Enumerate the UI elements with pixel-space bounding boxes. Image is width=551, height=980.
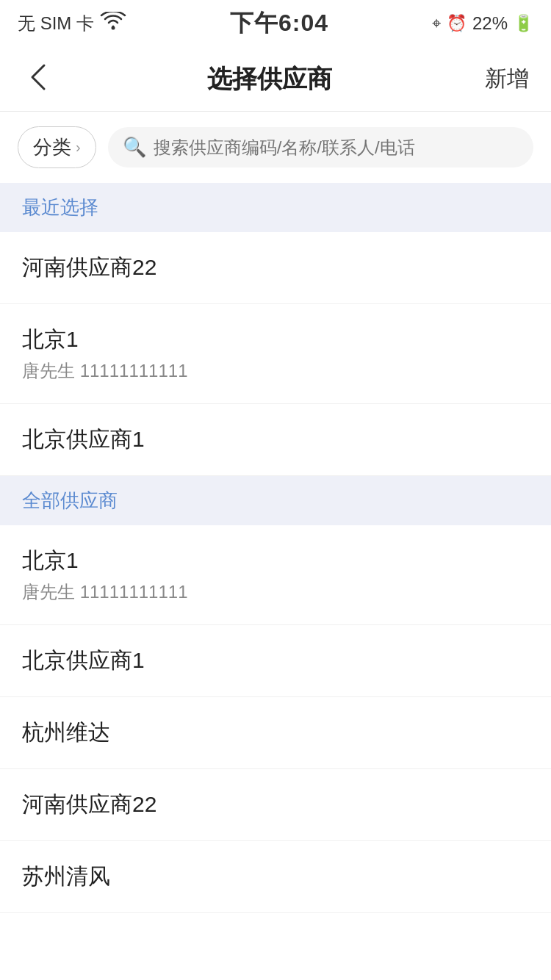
status-left: 无 SIM 卡: [18, 12, 126, 35]
status-right: ⌖ ⏰ 22% 🔋: [432, 13, 533, 34]
supplier-name: 北京1: [22, 546, 529, 576]
section-header-all: 全部供应商: [0, 476, 551, 525]
list-item[interactable]: 北京供应商1: [0, 404, 551, 476]
battery-label: 22%: [472, 13, 508, 34]
list-item[interactable]: 北京1唐先生 11111111111: [0, 304, 551, 404]
supplier-name: 河南供应商22: [22, 790, 529, 820]
supplier-name: 北京1: [22, 325, 529, 355]
supplier-contact: 唐先生 11111111111: [22, 359, 529, 383]
alarm-icon: ⏰: [447, 14, 467, 33]
battery-icon: 🔋: [514, 14, 533, 33]
status-time: 下午6:04: [230, 7, 328, 40]
list-item[interactable]: 北京供应商1: [0, 625, 551, 697]
location-icon: ⌖: [432, 14, 441, 33]
page-title: 选择供应商: [207, 62, 332, 96]
add-button[interactable]: 新增: [485, 64, 529, 94]
sim-label: 无 SIM 卡: [18, 12, 94, 35]
list-item[interactable]: 苏州清风: [0, 841, 551, 913]
nav-bar: 选择供应商 新增: [0, 47, 551, 112]
list-item[interactable]: 河南供应商22: [0, 769, 551, 841]
category-button[interactable]: 分类 ›: [18, 126, 96, 168]
supplier-contact: 唐先生 11111111111: [22, 580, 529, 604]
supplier-name: 北京供应商1: [22, 425, 529, 455]
supplier-name: 河南供应商22: [22, 253, 529, 283]
wifi-icon: [100, 12, 126, 35]
search-box: 🔍: [108, 127, 533, 167]
filter-bar: 分类 › 🔍: [0, 112, 551, 183]
back-button[interactable]: [22, 55, 54, 104]
list-item[interactable]: 杭州维达: [0, 697, 551, 769]
supplier-name: 杭州维达: [22, 718, 529, 748]
section-header-text-recent: 最近选择: [22, 196, 98, 218]
status-bar: 无 SIM 卡 下午6:04 ⌖ ⏰ 22% 🔋: [0, 0, 551, 47]
section-header-text-all: 全部供应商: [22, 489, 118, 511]
supplier-name: 苏州清风: [22, 862, 529, 892]
list-item[interactable]: 北京1唐先生 11111111111: [0, 525, 551, 625]
svg-point-0: [112, 26, 115, 30]
search-icon: 🔍: [123, 136, 146, 159]
supplier-name: 北京供应商1: [22, 646, 529, 676]
category-label: 分类: [33, 134, 71, 160]
search-input[interactable]: [154, 137, 519, 158]
chevron-right-icon: ›: [76, 139, 81, 156]
list-item[interactable]: 河南供应商22: [0, 232, 551, 304]
section-header-recent: 最近选择: [0, 183, 551, 232]
supplier-list: 最近选择河南供应商22北京1唐先生 11111111111北京供应商1全部供应商…: [0, 183, 551, 913]
